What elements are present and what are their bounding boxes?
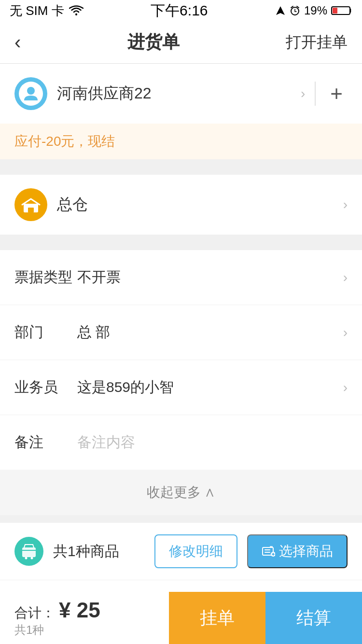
supplier-alert: 应付-20元，现结 <box>0 124 362 159</box>
department-chevron-icon: › <box>343 325 348 340</box>
status-bar: 无 SIM 卡 下午6:16 19% <box>0 0 362 21</box>
svg-point-8 <box>25 557 28 560</box>
person-icon <box>22 85 40 102</box>
salesperson-value: 这是859的小智 <box>77 378 343 397</box>
supplier-row[interactable]: 河南供应商22 › + <box>0 64 362 124</box>
total-area: 合计： ¥ 25 共1种 <box>0 598 169 638</box>
gap1 <box>0 167 362 175</box>
svg-rect-7 <box>22 547 36 557</box>
product-header: 共1种商品 修改明细 选择商品 <box>0 523 362 580</box>
battery-percent: 19% <box>304 4 327 17</box>
remark-label: 备注 <box>14 433 77 452</box>
total-count: 共1种 <box>14 622 154 638</box>
svg-point-9 <box>31 557 33 560</box>
page-title: 进货单 <box>127 30 180 54</box>
checkout-button[interactable]: 结算 <box>265 592 362 644</box>
invoice-type-value: 不开票 <box>77 267 343 287</box>
svg-point-0 <box>75 14 77 15</box>
invoice-chevron-icon: › <box>343 270 348 285</box>
supplier-chevron-icon: › <box>301 86 305 101</box>
cart-icon <box>20 543 38 560</box>
warehouse-icon <box>21 195 41 214</box>
avatar-inner <box>19 82 43 106</box>
select-product-label: 选择商品 <box>279 542 333 560</box>
collapse-button[interactable]: 收起更多 ∧ <box>0 470 362 515</box>
gap2 <box>0 242 362 250</box>
supplier-avatar <box>14 77 47 110</box>
vertical-divider <box>315 82 316 106</box>
invoice-type-label: 票据类型 <box>14 267 77 287</box>
wifi-icon <box>69 5 84 16</box>
select-product-button[interactable]: 选择商品 <box>247 534 348 568</box>
warehouse-section[interactable]: 总仓 › <box>0 175 362 235</box>
product-icon-wrap <box>14 537 43 566</box>
department-label: 部门 <box>14 322 77 342</box>
product-count-label: 共1种商品 <box>53 542 145 561</box>
carrier-text: 无 SIM 卡 <box>10 2 64 19</box>
svg-rect-3 <box>333 8 337 14</box>
warehouse-icon-wrap <box>14 188 47 221</box>
total-label: 合计： <box>14 604 55 622</box>
invoice-type-row[interactable]: 票据类型 不开票 › <box>0 250 362 305</box>
alarm-icon <box>290 5 300 16</box>
status-time: 下午6:16 <box>151 1 208 21</box>
hang-button[interactable]: 挂单 <box>169 592 265 644</box>
warehouse-label: 总仓 <box>57 194 343 215</box>
status-left: 无 SIM 卡 <box>10 2 84 19</box>
status-right: 19% <box>275 4 352 17</box>
open-pending-button[interactable]: 打开挂单 <box>286 32 348 53</box>
back-button[interactable]: ‹ <box>14 31 21 53</box>
svg-rect-6 <box>28 208 34 212</box>
battery-icon <box>331 5 352 16</box>
department-row[interactable]: 部门 总 部 › <box>0 305 362 360</box>
edit-detail-button[interactable]: 修改明细 <box>154 534 237 568</box>
location-icon <box>275 5 286 16</box>
supplier-section: 河南供应商22 › + 应付-20元，现结 <box>0 64 362 159</box>
nav-bar: ‹ 进货单 打开挂单 <box>0 21 362 64</box>
department-value: 总 部 <box>77 322 343 342</box>
remark-row[interactable]: 备注 备注内容 <box>0 415 362 470</box>
warehouse-chevron-icon: › <box>343 197 348 212</box>
total-row: 合计： ¥ 25 <box>14 598 154 622</box>
salesperson-row[interactable]: 业务员 这是859的小智 › <box>0 360 362 415</box>
bottom-bar: 合计： ¥ 25 共1种 挂单 结算 <box>0 592 362 644</box>
form-section: 票据类型 不开票 › 部门 总 部 › 业务员 这是859的小智 › 备注 备注… <box>0 250 362 470</box>
salesperson-label: 业务员 <box>14 378 77 397</box>
add-button[interactable]: + <box>325 82 348 106</box>
total-amount: ¥ 25 <box>59 598 100 622</box>
remark-value: 备注内容 <box>77 433 348 452</box>
salesperson-chevron-icon: › <box>343 380 348 395</box>
select-icon <box>262 545 275 558</box>
svg-point-4 <box>27 87 35 95</box>
supplier-name: 河南供应商22 <box>57 83 301 104</box>
